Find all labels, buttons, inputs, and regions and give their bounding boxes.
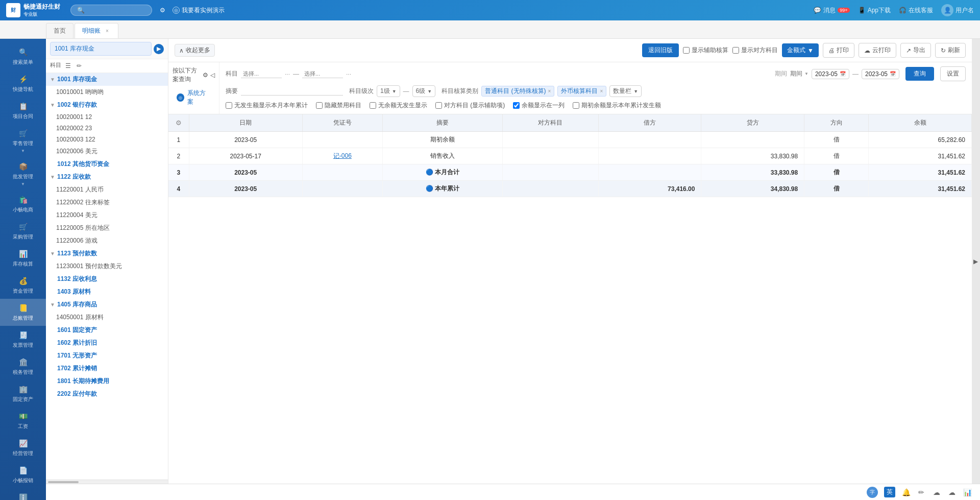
tree-item-1012[interactable]: 1012 其他货币资金	[46, 158, 168, 171]
nav-item-retail[interactable]: 🛒 零售管理 ▼	[0, 124, 46, 157]
subject-input2[interactable]	[302, 69, 343, 78]
calc-type-tag2-close-icon[interactable]: ×	[600, 88, 603, 94]
online-service-button[interactable]: 🎧 在线客服	[899, 6, 933, 15]
export-button[interactable]: ↗ 导出	[900, 43, 931, 58]
tree-item-1702[interactable]: 1702 累计摊销	[46, 362, 168, 375]
row2-voucher[interactable]: 记-006	[302, 148, 382, 164]
tree-item-1132[interactable]: 1132 应收利息	[46, 273, 168, 285]
scheme-collapse-icon[interactable]: ◁	[210, 72, 215, 79]
show-aux-checkbox[interactable]	[683, 47, 690, 54]
nav-item-tax[interactable]: 🏛️ 税务管理	[0, 353, 46, 380]
nav-item-invoice[interactable]: 🧾 发票管理	[0, 326, 46, 353]
tree-item-1405[interactable]: ▼ 1405 库存商品	[46, 298, 168, 311]
print-button[interactable]: 🖨 打印	[823, 43, 854, 58]
nav-item-inventory[interactable]: 📊 库存核算	[0, 245, 46, 272]
period-end-input[interactable]: 2023-05 📅	[862, 69, 899, 79]
th-settings[interactable]: ⚙	[168, 114, 189, 132]
tree-item-1701[interactable]: 1701 无形资产	[46, 349, 168, 362]
amount-mode-dropdown[interactable]: 金额式 ▼	[782, 43, 819, 57]
account-selected[interactable]: 1001 库存现金	[50, 42, 152, 56]
period-type-select[interactable]: 期间 ▼	[790, 69, 808, 78]
nav-item-wholesale[interactable]: 📦 批发管理 ▼	[0, 157, 46, 191]
scheme-system[interactable]: ◎ 系统方案	[173, 87, 215, 108]
user-area[interactable]: 👤 用户名	[941, 4, 974, 16]
tool-icon-list[interactable]: ☰	[63, 61, 72, 70]
option-hide-disabled-checkbox[interactable]	[316, 102, 323, 109]
cloud-print-button[interactable]: ☁ 云打印	[859, 43, 896, 58]
tree-item-11220001[interactable]: 11220001 人民币	[46, 183, 168, 196]
tree-item-1602[interactable]: 1602 累计折旧	[46, 337, 168, 349]
tree-item-10010001[interactable]: 10010001 哟哟哟	[46, 86, 168, 99]
option-no-debit-checkbox[interactable]	[226, 102, 232, 109]
bottom-notification-icon[interactable]: 🔔	[901, 488, 911, 497]
back-old-version-button[interactable]: 退回旧版	[642, 43, 679, 57]
nav-item-quick[interactable]: ⚡ 快捷导航	[0, 70, 46, 97]
tab-home[interactable]: 首页	[46, 23, 74, 38]
period-start-input[interactable]: 2023-05 📅	[812, 69, 849, 79]
calc-type-tag1-close-icon[interactable]: ×	[548, 88, 551, 94]
option-opening-balance-checkbox[interactable]	[573, 102, 579, 109]
option-no-balance-checkbox[interactable]	[370, 102, 376, 109]
quantity-select[interactable]: 数量栏 ▼	[609, 85, 642, 97]
tree-item-1601[interactable]: 1601 固定资产	[46, 324, 168, 337]
level-end-select[interactable]: 6级 ▼	[412, 85, 436, 97]
message-button[interactable]: 💬 消息 99+	[814, 6, 849, 15]
refresh-button[interactable]: ↻ 刷新	[935, 43, 966, 58]
tree-item-1123[interactable]: ▼ 1123 预付款数	[46, 247, 168, 260]
nav-item-search[interactable]: 🔍 搜索菜单	[0, 43, 46, 70]
account-nav-button[interactable]: ▶	[154, 44, 164, 54]
bottom-chart-icon[interactable]: 📊	[963, 488, 972, 497]
tab-close-icon[interactable]: ×	[104, 28, 111, 35]
tree-item-1122[interactable]: ▼ 1122 应收款	[46, 171, 168, 183]
tree-item-10020002[interactable]: 10020002 23	[46, 123, 168, 134]
scrollbar-thumb[interactable]	[48, 481, 79, 483]
show-counter-checkbox[interactable]	[732, 47, 739, 54]
nav-item-project[interactable]: 📋 项目合同	[0, 97, 46, 124]
scheme-settings-icon[interactable]: ⚙	[203, 72, 208, 79]
tree-scrollbar[interactable]	[46, 480, 168, 484]
tree-item-2202[interactable]: 2202 应付年款	[46, 388, 168, 400]
calc-type-tag2[interactable]: 外币核算科目 ×	[557, 86, 606, 97]
nav-item-basic-info[interactable]: ℹ️ 基础信息	[0, 488, 46, 500]
tree-item-10020001[interactable]: 10020001 12	[46, 111, 168, 123]
query-button[interactable]: 查询	[905, 67, 934, 81]
app-download-button[interactable]: 📱 App下载	[858, 6, 891, 15]
demo-button[interactable]: ◎ 我要看实例演示	[173, 6, 225, 15]
nav-item-purchase[interactable]: 🛒 采购管理	[0, 218, 46, 245]
option-balance-one-col-checkbox[interactable]	[513, 102, 520, 109]
gear-icon[interactable]: ⚙	[176, 119, 182, 127]
bottom-lang-button[interactable]: 英	[884, 487, 895, 497]
option-counter-subject-checkbox[interactable]	[435, 102, 442, 109]
bottom-cloud-icon2[interactable]: ☁	[947, 488, 957, 497]
nav-item-management[interactable]: 📈 经营管理	[0, 434, 46, 461]
tree-item-14050001[interactable]: 14050001 原材料	[46, 311, 168, 324]
tree-item-11230001[interactable]: 11230001 预付款数美元	[46, 260, 168, 273]
nav-item-capital[interactable]: 💰 资金管理	[0, 272, 46, 299]
settings-button[interactable]: 设置	[940, 66, 966, 81]
tree-item-10020003[interactable]: 10020003 122	[46, 134, 168, 145]
tree-item-10020006[interactable]: 10020006 美元	[46, 145, 168, 158]
tree-item-1001[interactable]: ▼ 1001 库存现金	[46, 73, 168, 86]
bottom-circle-button[interactable]: 字	[867, 487, 878, 498]
nav-item-salary[interactable]: 💵 工资	[0, 407, 46, 434]
summary-input[interactable]	[241, 87, 343, 96]
tree-item-11220002[interactable]: 11220002 往来标签	[46, 196, 168, 209]
tree-item-1002[interactable]: ▼ 1002 银行存款	[46, 99, 168, 111]
nav-item-expense[interactable]: 📄 小畅报销	[0, 461, 46, 488]
nav-item-ecommerce[interactable]: 🛍️ 小畅电商	[0, 191, 46, 218]
right-collapse-button[interactable]: ▶	[972, 39, 980, 484]
top-search-box[interactable]: 🔍	[70, 5, 152, 16]
tree-item-11220006[interactable]: 11220006 游戏	[46, 234, 168, 247]
search-input[interactable]	[87, 7, 145, 13]
settings-icon[interactable]: ⚙	[156, 4, 168, 16]
tree-item-1801[interactable]: 1801 长期待摊费用	[46, 375, 168, 388]
bottom-edit-icon[interactable]: ✏	[917, 488, 926, 497]
tool-icon-edit[interactable]: ✏	[75, 61, 84, 70]
subject-input[interactable]	[241, 69, 282, 78]
tree-item-1403[interactable]: 1403 原材料	[46, 285, 168, 298]
level-start-select[interactable]: 1级 ▼	[377, 85, 400, 97]
tree-item-11220004[interactable]: 11220004 美元	[46, 209, 168, 222]
nav-item-ledger[interactable]: 📒 总账管理	[0, 299, 46, 326]
calc-type-tag1[interactable]: 普通科目 (无特殊核算) ×	[481, 86, 554, 97]
tab-ledger[interactable]: 明细账 ×	[75, 23, 118, 38]
